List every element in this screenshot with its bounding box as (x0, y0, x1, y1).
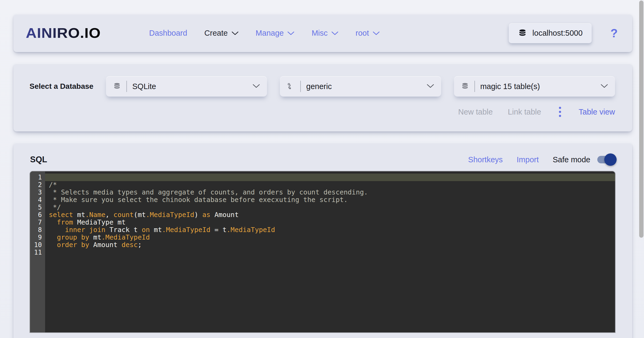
backend-url-button[interactable]: localhost:5000 (509, 23, 592, 43)
database-selects: SQLite generic magic 15 table(s) (106, 76, 615, 97)
code-line[interactable]: 11 (30, 249, 615, 256)
header-bar: AINIRO.IO DashboardCreate Manage Misc ro… (13, 14, 632, 52)
code-line-content: inner join Track t on mt.MediaTypeId = t… (45, 226, 615, 234)
database-icon (518, 29, 527, 38)
page-scrollbar[interactable] (639, 0, 644, 338)
code-line[interactable]: 8 inner join Track t on mt.MediaTypeId =… (30, 226, 615, 234)
nav-item-misc[interactable]: Misc (312, 29, 338, 38)
code-line[interactable]: 5 */ (30, 204, 615, 211)
code-line[interactable]: 10 order by Amount desc; (30, 241, 615, 249)
line-number: 9 (30, 234, 45, 241)
page: AINIRO.IO DashboardCreate Manage Misc ro… (0, 0, 644, 338)
code-line[interactable]: 6select mt.Name, count(mt.MediaTypeId) a… (30, 211, 615, 219)
chevron-down-icon (373, 31, 380, 35)
code-line[interactable]: 1 (30, 174, 615, 181)
nav-item-label: Create (204, 29, 228, 38)
link-table-link[interactable]: Link table (508, 108, 541, 116)
safe-mode-toggle[interactable] (597, 156, 615, 164)
kebab-menu-icon[interactable] (556, 106, 564, 118)
chevron-down-icon (601, 84, 608, 89)
code-line[interactable]: 4 * Make sure you select the chinook dat… (30, 196, 615, 204)
chevron-down-icon (253, 84, 260, 89)
line-number: 1 (30, 174, 45, 181)
code-line-content: * Selects media types and aggregate of c… (45, 189, 615, 196)
database-select-0[interactable]: SQLite (106, 76, 267, 97)
code-line-content: from MediaType mt (45, 219, 615, 226)
code-line[interactable]: 3 * Selects media types and aggregate of… (30, 189, 615, 196)
nav-item-root[interactable]: root (356, 29, 380, 38)
toggle-thumb (604, 153, 617, 166)
database-icon (461, 82, 469, 90)
select-database-label: Select a Database (30, 82, 106, 91)
import-link[interactable]: Import (517, 155, 539, 164)
line-number: 4 (30, 196, 45, 204)
safe-mode-label: Safe mode (553, 155, 590, 164)
line-number: 8 (30, 226, 45, 234)
select-value: magic 15 table(s) (480, 82, 601, 91)
table-actions: New tableLink tableTable view (30, 106, 615, 118)
line-number: 5 (30, 204, 45, 211)
line-number: 6 (30, 211, 45, 219)
select-divider (126, 81, 127, 92)
code-line-content: */ (45, 204, 615, 211)
ainiro-logo: AINIRO.IO (26, 26, 101, 40)
line-number: 11 (30, 249, 45, 256)
nav-item-manage[interactable]: Manage (256, 29, 295, 38)
nav-item-create[interactable]: Create (204, 29, 239, 38)
header-right: localhost:5000 ? (509, 23, 620, 43)
database-select-1[interactable]: generic (280, 76, 441, 97)
shortkeys-link[interactable]: Shortkeys (468, 155, 503, 164)
select-value: generic (306, 82, 426, 91)
database-select-2[interactable]: magic 15 table(s) (454, 76, 615, 97)
line-number: 7 (30, 219, 45, 226)
sql-title: SQL (30, 155, 47, 164)
nav-item-label: Misc (312, 29, 328, 38)
code-line-content: order by Amount desc; (45, 241, 615, 249)
code-line-content (45, 249, 615, 256)
backend-url-label: localhost:5000 (532, 29, 583, 38)
code-line[interactable]: 2/* (30, 181, 615, 189)
line-number: 2 (30, 181, 45, 189)
line-number: 3 (30, 189, 45, 196)
code-line[interactable]: 9 group by mt.MediaTypeId (30, 234, 615, 241)
chevron-down-icon (331, 31, 338, 35)
table-view-link[interactable]: Table view (579, 108, 615, 116)
help-icon[interactable]: ? (610, 27, 620, 40)
code-line-content: * Make sure you select the chinook datab… (45, 196, 615, 204)
main-nav: DashboardCreate Manage Misc root (149, 29, 380, 38)
select-value: SQLite (132, 82, 253, 91)
nav-item-label: Manage (256, 29, 284, 38)
editor-code-area: 12/*3 * Selects media types and aggregat… (30, 171, 615, 256)
select-divider (474, 81, 475, 92)
new-table-link[interactable]: New table (458, 108, 493, 116)
code-line-content (45, 174, 615, 181)
sql-card-header: SQL Shortkeys Import Safe mode (13, 143, 632, 171)
code-line-content: /* (45, 181, 615, 189)
code-line[interactable]: 7 from MediaType mt (30, 219, 615, 226)
chevron-down-icon (287, 31, 294, 35)
code-line-content: group by mt.MediaTypeId (45, 234, 615, 241)
sql-code-editor[interactable]: 12/*3 * Selects media types and aggregat… (30, 171, 615, 332)
chevron-down-icon (232, 31, 239, 35)
code-line-content: select mt.Name, count(mt.MediaTypeId) as… (45, 211, 615, 219)
nav-item-dashboard[interactable]: Dashboard (149, 29, 187, 38)
database-selector-card: Select a Database SQLite generic magic 1… (13, 64, 632, 131)
select-divider (300, 81, 301, 92)
nav-item-label: root (356, 29, 369, 38)
line-number: 10 (30, 241, 45, 249)
nav-item-label: Dashboard (149, 29, 187, 38)
chevron-down-icon (427, 84, 434, 89)
sql-card: SQL Shortkeys Import Safe mode 12/*3 * S… (13, 143, 632, 338)
connection-icon (287, 82, 295, 90)
scrollbar-thumb[interactable] (639, 1, 643, 238)
database-icon (113, 82, 121, 90)
